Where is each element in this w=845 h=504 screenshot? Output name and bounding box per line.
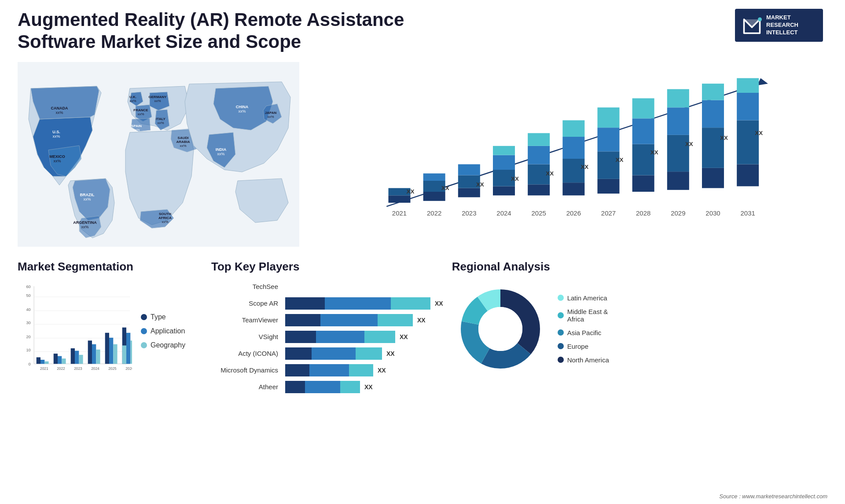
svg-text:2024: 2024 [91, 366, 99, 371]
regional-legend-item: Middle East &Africa [558, 308, 609, 323]
legend-application: Application [141, 327, 185, 335]
player-row: TeamViewer XX [211, 314, 443, 326]
player-name: TechSee [211, 283, 282, 290]
donut-chart [452, 281, 549, 377]
player-name: Microsoft Dynamics [211, 366, 282, 374]
svg-rect-114 [37, 357, 40, 364]
regional-area: Regional Analysis [452, 260, 827, 377]
svg-rect-42 [423, 192, 445, 201]
svg-rect-115 [40, 360, 44, 364]
svg-rect-72 [598, 128, 620, 151]
svg-text:JAPAN: JAPAN [265, 111, 277, 115]
svg-rect-89 [702, 128, 724, 168]
page-title: Augmented Reality (AR) Remote Assistance… [18, 9, 414, 53]
svg-text:2022: 2022 [57, 366, 65, 371]
player-row: Atheer XX [211, 381, 443, 393]
svg-text:2026: 2026 [125, 366, 132, 371]
svg-text:U.K.: U.K. [129, 95, 136, 99]
svg-text:2031: 2031 [740, 209, 755, 217]
page-container: Augmented Reality (AR) Remote Assistance… [0, 0, 845, 504]
svg-text:XX: XX [580, 164, 588, 170]
svg-rect-60 [528, 146, 550, 164]
svg-text:60: 60 [26, 284, 30, 289]
svg-rect-122 [71, 348, 75, 364]
svg-rect-127 [92, 344, 96, 364]
latin-america-dot [558, 295, 564, 301]
svg-text:xx%: xx% [53, 159, 61, 163]
world-map: CANADA xx% U.S. xx% MEXICO xx% BRAZIL xx… [18, 62, 299, 247]
svg-text:xx%: xx% [157, 121, 164, 125]
svg-rect-85 [667, 89, 689, 107]
svg-text:2021: 2021 [392, 209, 407, 217]
players-list: TechSee Scope AR XX [211, 281, 443, 393]
player-bar [285, 297, 430, 310]
svg-text:INDIA: INDIA [216, 147, 227, 152]
legend-geography-label: Geography [151, 341, 185, 349]
svg-text:XX: XX [546, 170, 554, 176]
top-section: CANADA xx% U.S. xx% MEXICO xx% BRAZIL xx… [18, 62, 827, 247]
svg-text:XX: XX [476, 181, 484, 187]
svg-rect-130 [105, 332, 109, 364]
player-bar-container: XX [285, 297, 443, 310]
svg-text:U.S.: U.S. [52, 130, 60, 134]
europe-dot [558, 343, 564, 349]
asia-pacific-label: Asia Pacific [567, 329, 602, 336]
svg-rect-97 [737, 78, 759, 92]
svg-rect-136 [122, 345, 126, 364]
player-bar-container [285, 281, 443, 293]
svg-rect-67 [562, 120, 584, 137]
svg-text:20: 20 [26, 335, 30, 339]
svg-rect-91 [702, 84, 724, 100]
svg-rect-88 [702, 168, 724, 188]
svg-text:xx%: xx% [52, 134, 60, 139]
player-bar [285, 347, 382, 360]
svg-rect-49 [458, 164, 480, 175]
player-row: Acty (ICONA) XX [211, 347, 443, 360]
asia-pacific-dot [558, 329, 564, 336]
player-bar-container: XX [285, 347, 443, 360]
svg-text:xx%: xx% [217, 152, 224, 156]
svg-rect-76 [632, 175, 654, 192]
svg-text:2026: 2026 [566, 209, 581, 217]
player-row: Scope AR XX [211, 297, 443, 310]
svg-rect-84 [667, 107, 689, 135]
donut-container: Latin America Middle East &Africa Asia P… [452, 281, 827, 377]
regional-legend-item: Asia Pacific [558, 329, 609, 336]
svg-text:xx%: xx% [162, 220, 168, 224]
svg-text:ITALY: ITALY [156, 117, 165, 121]
svg-rect-58 [528, 184, 550, 195]
svg-rect-54 [493, 155, 515, 169]
svg-text:xx%: xx% [133, 128, 140, 132]
svg-text:xx%: xx% [83, 197, 91, 201]
player-bar [285, 331, 395, 343]
svg-text:CHINA: CHINA [236, 105, 249, 109]
svg-text:10: 10 [26, 348, 30, 352]
svg-text:xx%: xx% [154, 99, 161, 103]
svg-rect-123 [75, 351, 79, 364]
player-name: VSight [211, 333, 282, 340]
svg-text:xx%: xx% [267, 115, 274, 119]
player-name: Acty (ICONA) [211, 350, 282, 357]
players-title: Top Key Players [211, 260, 443, 274]
svg-text:2022: 2022 [427, 209, 441, 217]
svg-rect-73 [598, 107, 620, 128]
svg-rect-70 [598, 179, 620, 194]
player-bar [285, 381, 360, 393]
latin-america-label: Latin America [567, 294, 607, 302]
svg-text:2024: 2024 [496, 209, 511, 217]
middle-east-dot [558, 312, 564, 318]
svg-rect-118 [54, 354, 58, 364]
regional-legend-item: North America [558, 356, 609, 364]
svg-rect-52 [493, 186, 515, 195]
regional-legend-item: Latin America [558, 294, 609, 302]
svg-text:0: 0 [29, 362, 31, 366]
svg-text:BRAZIL: BRAZIL [80, 193, 95, 197]
player-name: Atheer [211, 383, 282, 391]
svg-text:SAUDI: SAUDI [178, 136, 189, 140]
geography-dot [141, 342, 147, 348]
svg-text:XX: XX [685, 141, 693, 147]
svg-rect-138 [130, 340, 132, 364]
player-bar [285, 314, 413, 326]
svg-text:40: 40 [26, 307, 30, 311]
svg-rect-131 [109, 338, 113, 364]
